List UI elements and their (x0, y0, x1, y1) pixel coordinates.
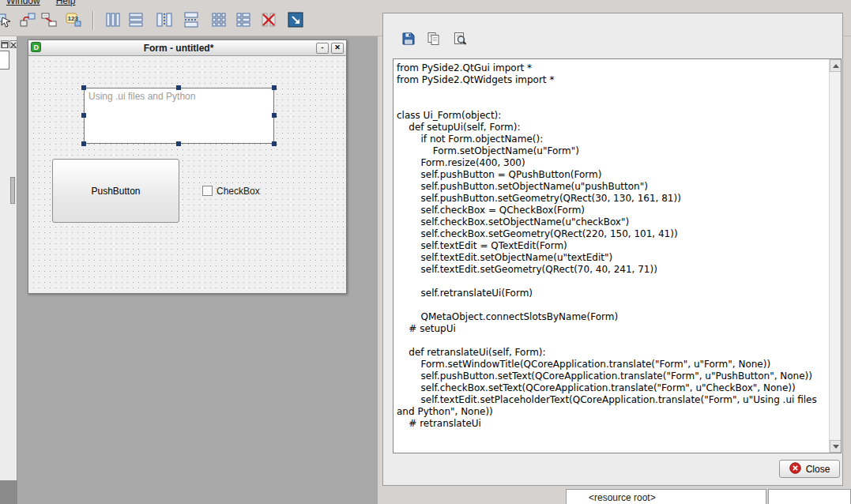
selection-handle-e[interactable] (272, 113, 277, 118)
code-line (397, 299, 827, 311)
code-line: self.pushButton = QPushButton(Form) (397, 169, 827, 181)
edit-widgets-icon (0, 11, 13, 31)
selection-handle-nw[interactable] (81, 85, 86, 90)
code-line: from PySide2.QtGui import * (397, 62, 827, 74)
layout-vertical-splitter-icon (183, 11, 200, 31)
code-line: self.checkBox.setGeometry(QRect(220, 150… (397, 228, 827, 240)
code-line: self.textEdit.setObjectName(u"textEdit") (397, 252, 827, 264)
layout-grid-icon (210, 11, 228, 31)
dock-filter-input[interactable] (0, 51, 9, 70)
form-close-button[interactable]: ✕ (331, 43, 344, 54)
resource-panel-secondary (768, 489, 851, 504)
dock-float-icon (2, 39, 8, 51)
left-dock-strip (0, 36, 17, 504)
dock-close-button[interactable] (9, 40, 17, 48)
adjust-size-button[interactable] (285, 10, 306, 31)
menu-window[interactable]: Window (6, 0, 40, 6)
form-window-icon: D (31, 42, 41, 55)
code-line: self.pushButton.setGeometry(QRect(30, 13… (397, 193, 827, 205)
code-line: Form.setObjectName(u"Form") (397, 145, 827, 157)
menu-help[interactable]: Help (56, 0, 76, 6)
code-view[interactable]: from PySide2.QtGui import *from PySide2.… (393, 58, 842, 453)
edit-widgets-button[interactable] (0, 10, 14, 31)
copy-code-button[interactable] (424, 29, 444, 50)
close-button-label: Close (806, 464, 830, 475)
checkbox-indicator (202, 186, 213, 196)
scroll-up-button[interactable] (830, 59, 842, 72)
checkbox-widget[interactable]: CheckBox (202, 175, 282, 207)
code-line: # setupUi (397, 323, 827, 335)
code-line: def setupUi(self, Form): (397, 122, 827, 134)
layout-vertical-splitter-button[interactable] (181, 10, 201, 31)
edit-buddies-icon (40, 11, 58, 31)
code-preview-dialog: from PySide2.QtGui import *from PySide2.… (382, 13, 843, 486)
layout-grid-button[interactable] (209, 10, 229, 31)
pushbutton-widget[interactable]: PushButton (52, 159, 179, 223)
layout-horizontal-splitter-icon (156, 11, 173, 31)
form-designer-window: D Form - untitled* - ✕ Using .ui files a… (28, 39, 347, 294)
selection-handle-n[interactable] (176, 85, 181, 90)
code-line (397, 276, 827, 288)
layout-horizontal-icon (104, 11, 122, 31)
code-line: class Ui_Form(object): (397, 110, 827, 122)
checkbox-label: CheckBox (217, 186, 260, 197)
toolbar-separator (92, 11, 94, 30)
break-layout-button[interactable] (258, 10, 279, 31)
dock-float-button[interactable] (1, 40, 9, 48)
layout-horizontal-splitter-button[interactable] (154, 10, 175, 31)
code-line (397, 335, 827, 347)
code-line: and Python", None)) (397, 406, 827, 418)
selection-handle-w[interactable] (81, 113, 86, 118)
code-line: def retranslateUi(self, Form): (397, 347, 827, 359)
layout-vertical-icon (127, 11, 145, 31)
code-line (397, 86, 827, 98)
svg-text:D: D (34, 43, 40, 51)
form-canvas[interactable]: Using .ui files and Python PushButton Ch… (28, 56, 346, 293)
code-line: self.checkBox = QCheckBox(Form) (397, 205, 827, 216)
edit-tab-order-button[interactable]: 123 (63, 10, 84, 31)
code-line: self.pushButton.setObjectName(u"pushButt… (397, 181, 827, 193)
code-line: Form.setWindowTitle(QCoreApplication.tra… (397, 359, 827, 370)
selection-handle-ne[interactable] (272, 85, 277, 90)
selection-handle-s[interactable] (176, 141, 181, 146)
code-line: from PySide2.QtWidgets import * (397, 74, 827, 86)
close-button-icon (789, 462, 801, 476)
resource-root-label: <resource root> (589, 492, 656, 503)
copy-icon (426, 31, 442, 49)
save-code-button[interactable] (398, 29, 419, 50)
code-line: Form.resize(400, 300) (397, 157, 827, 169)
code-line: if not Form.objectName(): (397, 134, 827, 145)
close-button[interactable]: Close (779, 460, 840, 478)
edit-tab-order-icon: 123 (65, 11, 82, 31)
code-line: self.checkBox.setObjectName(u"checkBox") (397, 216, 827, 228)
selection-handle-se[interactable] (272, 141, 277, 146)
code-line: self.textEdit.setGeometry(QRect(70, 40, … (397, 264, 827, 276)
resource-root-item[interactable]: <resource root> (566, 489, 766, 504)
layout-horizontally-button[interactable] (103, 10, 123, 31)
dock-scrollbar-thumb[interactable] (10, 177, 15, 204)
code-vertical-scrollbar[interactable] (829, 59, 841, 453)
form-titlebar[interactable]: D Form - untitled* - ✕ (28, 40, 346, 56)
code-line (397, 98, 827, 110)
selection-handle-sw[interactable] (81, 141, 86, 146)
code-line: QMetaObject.connectSlotsByName(Form) (397, 311, 827, 323)
save-icon (401, 31, 416, 49)
form-minimize-button[interactable]: - (316, 43, 329, 54)
layout-form-button[interactable] (233, 10, 254, 31)
break-layout-icon (260, 11, 277, 31)
form-window-title: Form - untitled* (43, 43, 314, 54)
scroll-down-icon (833, 445, 839, 449)
layout-vertically-button[interactable] (126, 10, 146, 31)
adjust-size-icon (287, 11, 304, 31)
edit-signals-slots-button[interactable] (17, 10, 38, 31)
code-line: self.pushButton.setText(QCoreApplication… (397, 370, 827, 382)
layout-form-icon (235, 11, 252, 31)
qt-designer-window: Window Help 123 (0, 0, 851, 504)
menubar: Window Help (0, 0, 851, 7)
code-content: from PySide2.QtGui import *from PySide2.… (397, 62, 827, 451)
find-code-button[interactable] (450, 29, 470, 50)
scroll-down-button[interactable] (830, 440, 842, 453)
textedit-widget[interactable]: Using .ui files and Python (84, 88, 274, 144)
edit-buddies-button[interactable] (39, 10, 59, 31)
scroll-up-icon (833, 64, 839, 68)
